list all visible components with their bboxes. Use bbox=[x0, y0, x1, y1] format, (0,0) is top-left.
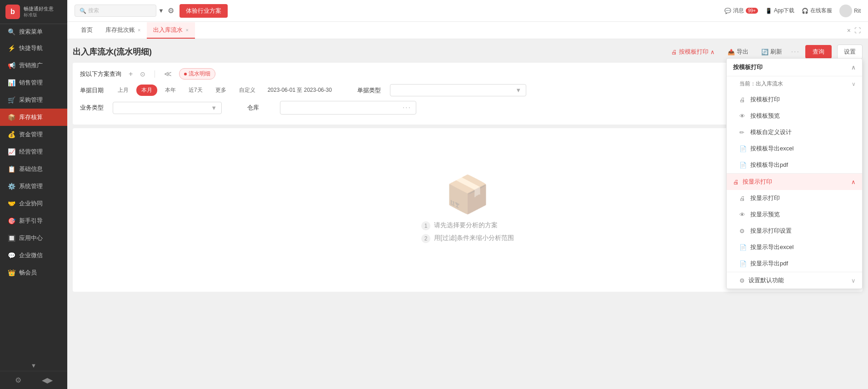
step-1-num: 1 bbox=[421, 221, 430, 230]
sidebar-item-label: 营销推广 bbox=[19, 61, 43, 70]
more-actions-icon[interactable]: ··· bbox=[791, 48, 800, 56]
dropdown-item-template-print[interactable]: 🖨 按模板打印 bbox=[727, 91, 862, 108]
sidebar-item-marketing[interactable]: 📢 营销推广 bbox=[0, 57, 67, 74]
settings-icon: ⚙ bbox=[739, 228, 747, 234]
sidebar-item-inventory[interactable]: 📦 库存核算 bbox=[0, 109, 67, 126]
app-download-btn[interactable]: 📱 App下载 bbox=[765, 7, 794, 15]
type-select[interactable]: ▼ bbox=[390, 84, 526, 96]
topbar-search-text: 搜索 bbox=[88, 7, 99, 15]
dropdown-item-label: 按模板导出excel bbox=[750, 145, 793, 153]
topbar-dropdown-arrow[interactable]: ▼ bbox=[158, 7, 164, 14]
purchase-icon: 🛒 bbox=[7, 96, 15, 104]
message-icon: 💬 bbox=[724, 8, 731, 14]
apps-icon: 🔲 bbox=[7, 234, 15, 242]
topbar-gear-icon[interactable]: ⚙ bbox=[168, 6, 174, 15]
export-icon: 📤 bbox=[728, 49, 735, 55]
tab-flow[interactable]: 出入库流水 × bbox=[147, 22, 195, 39]
filter-section-label: 按以下方案查询 bbox=[80, 70, 121, 78]
date-tag-more[interactable]: 更多 bbox=[210, 85, 231, 96]
query-button[interactable]: 查询 bbox=[805, 45, 832, 59]
date-tag-custom[interactable]: 自定义 bbox=[234, 85, 260, 96]
sidebar-item-label: 畅会员 bbox=[19, 269, 37, 277]
user-avatar[interactable]: Rit bbox=[839, 5, 861, 17]
sidebar-scroll-down[interactable]: ▼ bbox=[0, 360, 67, 371]
date-tag-7days[interactable]: 近7天 bbox=[184, 85, 208, 96]
settings-icon[interactable]: ⚙ bbox=[15, 376, 21, 384]
sidebar-item-label: 销售管理 bbox=[19, 79, 43, 87]
filter-tag-active[interactable]: 流水明细 bbox=[179, 68, 215, 80]
dropdown-current-item: 当前：出入库流水 ∨ bbox=[727, 76, 862, 91]
filter-collapse-icon[interactable]: ≪ bbox=[164, 70, 172, 78]
user-name: Rit bbox=[854, 8, 861, 14]
sidebar-item-label: 经营管理 bbox=[19, 148, 43, 156]
dropdown-display-header[interactable]: 🖨 按显示打印 ∧ bbox=[727, 174, 862, 190]
business-select[interactable]: ▼ bbox=[113, 102, 222, 114]
dropdown-item-display-print[interactable]: 🖨 按显示打印 bbox=[727, 190, 862, 206]
tab-batch[interactable]: 库存批次账 × bbox=[99, 22, 147, 39]
sidebar-item-finance[interactable]: 💰 资金管理 bbox=[0, 126, 67, 143]
tabs-close-btn[interactable]: × bbox=[847, 27, 851, 34]
warehouse-select[interactable]: ··· bbox=[280, 101, 416, 115]
industry-btn[interactable]: 体验行业方案 bbox=[180, 4, 228, 18]
filter-divider bbox=[155, 70, 155, 78]
online-service-btn[interactable]: 🎧 在线客服 bbox=[802, 7, 832, 15]
filter-add-icon[interactable]: + bbox=[129, 70, 133, 78]
search-icon: 🔍 bbox=[7, 28, 15, 35]
dropdown-item-display-pdf[interactable]: 📄 按显示导出pdf bbox=[727, 255, 862, 272]
topbar-right: 💬 消息 99+ 📱 App下载 🎧 在线客服 Rit bbox=[724, 5, 861, 17]
filter-settings-icon[interactable]: ⊙ bbox=[140, 70, 145, 78]
date-range-text: 2023-06-01 至 2023-06-30 bbox=[268, 86, 332, 94]
app-name: 畅捷通好生意 bbox=[24, 5, 54, 12]
tab-batch-close[interactable]: × bbox=[138, 27, 140, 33]
dropdown-item-label: 按显示预览 bbox=[750, 210, 780, 219]
dropdown-item-display-settings[interactable]: ⚙ 按显示打印设置 bbox=[727, 223, 862, 239]
tab-flow-close[interactable]: × bbox=[185, 27, 188, 33]
dropdown-toggle-icon[interactable]: ∧ bbox=[851, 64, 856, 71]
sidebar-item-enterprise[interactable]: 🤝 企业协同 bbox=[0, 195, 67, 212]
date-tag-this-month[interactable]: 本月 bbox=[136, 85, 157, 96]
dropdown-item-template-pdf[interactable]: 📄 按模板导出pdf bbox=[727, 157, 862, 173]
sidebar-item-wechat[interactable]: 💬 企业微信 bbox=[0, 247, 67, 264]
export-btn[interactable]: 📤 导出 bbox=[724, 46, 752, 58]
print-template-label: 按模板打印 bbox=[679, 48, 708, 56]
warehouse-label: 仓库 bbox=[247, 104, 273, 112]
settings-button[interactable]: 设置 bbox=[837, 45, 863, 59]
tab-flow-label: 出入库流水 bbox=[153, 26, 183, 34]
sales-icon: 📊 bbox=[7, 79, 15, 86]
topbar-search-box[interactable]: 🔍 搜索 bbox=[75, 5, 156, 17]
dropdown-footer-item[interactable]: ⚙ 设置默认功能 ∨ bbox=[727, 272, 862, 289]
footer-arrow: ∨ bbox=[851, 277, 856, 284]
sidebar-item-apps[interactable]: 🔲 应用中心 bbox=[0, 229, 67, 247]
enterprise-icon: 🤝 bbox=[7, 200, 15, 207]
date-tag-prev-month[interactable]: 上月 bbox=[113, 85, 134, 96]
sidebar-item-operations[interactable]: 📈 经营管理 bbox=[0, 143, 67, 160]
refresh-btn[interactable]: 🔄 刷新 bbox=[758, 46, 786, 58]
date-tag-this-year[interactable]: 本年 bbox=[160, 85, 181, 96]
guide-icon: 🎯 bbox=[7, 217, 15, 224]
sidebar-item-basic[interactable]: 📋 基础信息 bbox=[0, 160, 67, 178]
sidebar-item-search[interactable]: 🔍 搜索菜单 bbox=[0, 24, 67, 40]
tabs-maximize-btn[interactable]: ⛶ bbox=[854, 27, 861, 34]
date-filter-tags: 上月 本月 本年 近7天 更多 自定义 bbox=[113, 85, 260, 96]
message-btn[interactable]: 💬 消息 99+ bbox=[724, 7, 758, 15]
print-dropdown-panel: 按模板打印 ∧ 当前：出入库流水 ∨ 🖨 按模板 bbox=[726, 58, 863, 289]
warehouse-more-icon[interactable]: ··· bbox=[403, 104, 411, 112]
print-template-btn[interactable]: 🖨 按模板打印 ∧ bbox=[668, 46, 718, 58]
sidebar-item-quicknav[interactable]: ⚡ 快捷导航 bbox=[0, 40, 67, 57]
search-icon: 🔍 bbox=[80, 8, 86, 14]
print-icon: 🖨 bbox=[671, 49, 677, 55]
dropdown-item-template-preview[interactable]: 👁 按模板预览 bbox=[727, 108, 862, 124]
sidebar-item-guide[interactable]: 🎯 新手引导 bbox=[0, 212, 67, 229]
collapse-sidebar-icon[interactable]: ◀▶ bbox=[42, 376, 53, 384]
wechat-icon: 💬 bbox=[7, 252, 15, 259]
sidebar-item-member[interactable]: 👑 畅会员 bbox=[0, 264, 67, 281]
dropdown-item-label: 按显示导出pdf bbox=[750, 259, 788, 268]
dropdown-item-template-custom[interactable]: ✏ 模板自定义设计 bbox=[727, 124, 862, 140]
dropdown-item-display-excel[interactable]: 📄 按显示导出excel bbox=[727, 239, 862, 255]
sidebar-item-purchase[interactable]: 🛒 采购管理 bbox=[0, 91, 67, 109]
dropdown-item-template-excel[interactable]: 📄 按模板导出excel bbox=[727, 140, 862, 157]
tab-home[interactable]: 首页 bbox=[75, 22, 99, 39]
sidebar-item-sales[interactable]: 📊 销售管理 bbox=[0, 74, 67, 91]
sidebar-item-system[interactable]: ⚙️ 系统管理 bbox=[0, 178, 67, 195]
dropdown-item-display-preview[interactable]: 👁 按显示预览 bbox=[727, 206, 862, 223]
